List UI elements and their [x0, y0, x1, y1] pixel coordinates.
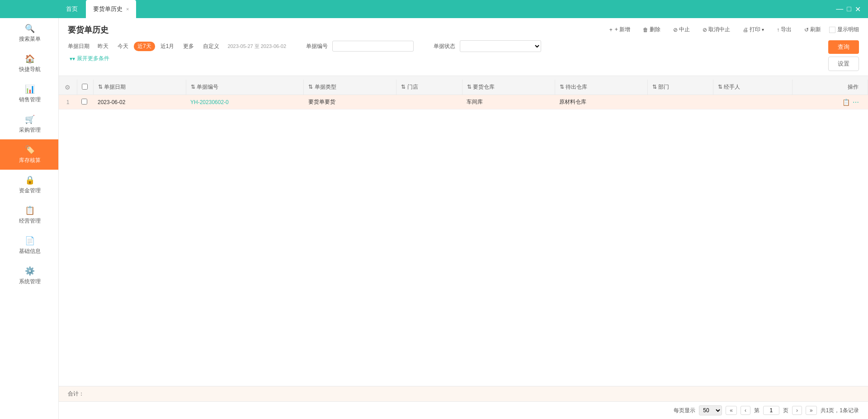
- col-req-warehouse[interactable]: ⇅ 要货仓库: [462, 80, 555, 95]
- window-controls: — □ ✕: [836, 5, 861, 14]
- col-checkbox: [77, 80, 93, 95]
- export-button[interactable]: ↑ 导出: [772, 24, 796, 36]
- refresh-button[interactable]: ↺ 刷新: [800, 24, 826, 36]
- print-icon: 🖨: [743, 27, 748, 33]
- finance-mgmt-icon: 🔒: [25, 175, 35, 185]
- cancel-stop-button[interactable]: ⊘ 取消中止: [698, 24, 735, 36]
- col-bill-type[interactable]: ⇅ 单据类型: [304, 80, 396, 95]
- col-bill-no[interactable]: ⇅ 单据编号: [186, 80, 304, 95]
- sidebar-item-finance-mgmt[interactable]: 🔒 资金管理: [0, 170, 58, 200]
- filter-area: 单据日期 昨天 今天 近7天 近1月 更多 自定义 2023-05-27 至 2…: [68, 40, 859, 76]
- col-handler[interactable]: ⇅ 经手人: [713, 80, 792, 95]
- new-button[interactable]: + + 新增: [605, 24, 635, 36]
- current-page-input[interactable]: [763, 406, 779, 415]
- cancel-stop-icon: ⊘: [703, 27, 707, 33]
- home-tab[interactable]: 首页: [59, 0, 85, 18]
- filter-actions: 查询 设置: [828, 40, 859, 71]
- content-area: 要货单历史 + + 新增 🗑 删除 ⊘ 中止 ⊘: [59, 18, 868, 419]
- select-all-checkbox[interactable]: [82, 84, 88, 90]
- date-1month[interactable]: 近1月: [157, 42, 178, 51]
- page-header: 要货单历史 + + 新增 🗑 删除 ⊘ 中止 ⊘: [59, 18, 868, 76]
- col-department[interactable]: ⇅ 部门: [647, 80, 713, 95]
- bill-status-label: 单据状态: [434, 43, 455, 50]
- display-cells-checkbox-icon: [829, 27, 835, 33]
- cell-bill-type: 要货单要货: [304, 95, 396, 110]
- sidebar-item-label: 基础信息: [19, 248, 41, 255]
- query-button[interactable]: 查询: [828, 40, 859, 54]
- table-header-row: ⚙ ⇅ 单据日期 ⇅ 单据编号 ⇅ 单据类型: [59, 80, 868, 95]
- page-size-select[interactable]: 50 100 200: [699, 405, 722, 415]
- table-footer: 合计：: [59, 386, 868, 401]
- sidebar-item-search-menu[interactable]: 🔍 搜索菜单: [0, 18, 58, 48]
- sidebar-item-quick-nav[interactable]: 🏠 快捷导航: [0, 48, 58, 79]
- setting-button[interactable]: 设置: [828, 57, 859, 71]
- cell-handler: [713, 95, 792, 110]
- page-title: 要货单历史: [68, 24, 108, 35]
- bill-no-link[interactable]: YH-20230602-0: [190, 99, 229, 105]
- settings-icon[interactable]: ⚙: [65, 84, 71, 91]
- bill-status-select-wrapper: [460, 40, 541, 52]
- page-size-label: 每页显示: [674, 407, 695, 414]
- bill-no-input[interactable]: [332, 41, 414, 52]
- bill-status-select[interactable]: [460, 40, 541, 52]
- data-table: ⚙ ⇅ 单据日期 ⇅ 单据编号 ⇅ 单据类型: [59, 80, 868, 110]
- quick-nav-icon: 🏠: [25, 54, 35, 64]
- sales-mgmt-icon: 📊: [25, 84, 35, 94]
- refresh-icon: ↺: [804, 27, 809, 33]
- date-yesterday[interactable]: 昨天: [94, 42, 112, 51]
- stop-icon: ⊘: [673, 27, 678, 33]
- sidebar-item-sys-mgmt[interactable]: ⚙️ 系统管理: [0, 261, 58, 291]
- sidebar-item-basic-info[interactable]: 📄 基础信息: [0, 230, 58, 261]
- date-more[interactable]: 更多: [179, 42, 198, 51]
- expand-label: 展开更多条件: [77, 55, 109, 62]
- sidebar-item-ops-mgmt[interactable]: 📋 经营管理: [0, 200, 58, 230]
- sidebar-item-label: 销售管理: [19, 96, 41, 104]
- next-page-btn[interactable]: ›: [792, 406, 802, 415]
- col-pending-warehouse[interactable]: ⇅ 待出仓库: [555, 80, 647, 95]
- window-close-icon[interactable]: ✕: [855, 5, 861, 14]
- tab-close-icon[interactable]: ×: [126, 6, 129, 12]
- total-info: 共1页，1条记录: [821, 407, 859, 414]
- active-tab[interactable]: 要货单历史 ×: [86, 0, 136, 18]
- date-today[interactable]: 今天: [114, 42, 132, 51]
- display-cells-button[interactable]: 显示明细: [829, 26, 859, 33]
- table-area: ⚙ ⇅ 单据日期 ⇅ 单据编号 ⇅ 单据类型: [59, 80, 868, 386]
- bill-no-label: 单据编号: [306, 43, 328, 50]
- prev-page-btn[interactable]: ‹: [741, 406, 750, 415]
- basic-info-icon: 📄: [25, 236, 35, 246]
- cell-date: 2023-06-02: [93, 95, 186, 110]
- row-edit-icon[interactable]: 📋: [842, 99, 850, 106]
- sidebar-item-inventory[interactable]: 🏷️ 库存核算: [0, 139, 58, 170]
- export-icon: ↑: [777, 27, 779, 33]
- col-settings[interactable]: ⚙: [59, 80, 77, 95]
- col-store[interactable]: ⇅ 门店: [396, 80, 462, 95]
- col-action: 操作: [793, 80, 868, 95]
- print-button[interactable]: 🖨 打印 ▾: [738, 24, 769, 36]
- stop-button[interactable]: ⊘ 中止: [669, 24, 694, 36]
- expand-more-btn[interactable]: ▾▾ 展开更多条件: [68, 55, 819, 62]
- last-page-btn[interactable]: »: [806, 406, 817, 415]
- sidebar-item-purchase-mgmt[interactable]: 🛒 采购管理: [0, 109, 58, 139]
- toolbar: + + 新增 🗑 删除 ⊘ 中止 ⊘ 取消中止: [605, 24, 859, 36]
- date-7days[interactable]: 近7天: [134, 42, 155, 51]
- row-more-icon[interactable]: ⋯: [853, 99, 859, 106]
- date-custom[interactable]: 自定义: [199, 42, 223, 51]
- sidebar-item-sales-mgmt[interactable]: 📊 销售管理: [0, 79, 58, 109]
- filter-main: 单据日期 昨天 今天 近7天 近1月 更多 自定义 2023-05-27 至 2…: [68, 40, 819, 62]
- ops-mgmt-icon: 📋: [25, 205, 35, 215]
- total-label: 合计：: [68, 390, 84, 398]
- row-checkbox: [77, 95, 93, 110]
- row-select-checkbox[interactable]: [81, 99, 87, 105]
- main-layout: 🔍 搜索菜单 🏠 快捷导航 📊 销售管理 🛒 采购管理 🏷️ 库存核算 🔒 资金…: [0, 18, 868, 419]
- window-max-icon[interactable]: □: [847, 5, 851, 13]
- sidebar-item-label: 搜索菜单: [19, 35, 41, 43]
- expand-icon: ▾▾: [70, 56, 75, 62]
- col-date[interactable]: ⇅ 单据日期: [93, 80, 186, 95]
- window-min-icon[interactable]: —: [836, 5, 843, 13]
- delete-button[interactable]: 🗑 删除: [638, 24, 665, 36]
- delete-icon: 🗑: [643, 27, 648, 33]
- first-page-btn[interactable]: «: [726, 406, 737, 415]
- table-row[interactable]: 1 2023-06-02 YH-20230602-0 要货单要货 车间库 原材料…: [59, 95, 868, 110]
- cell-action: 📋 ⋯: [793, 95, 868, 110]
- cell-store: [396, 95, 462, 110]
